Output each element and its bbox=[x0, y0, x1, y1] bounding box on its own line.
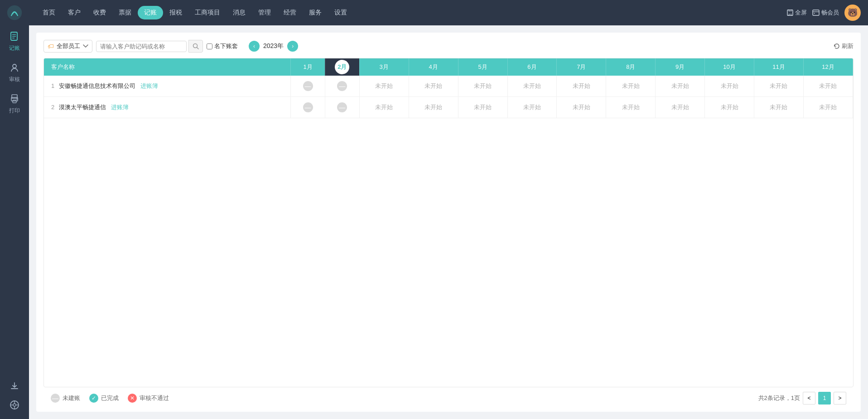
status-not-started: 未开始 bbox=[523, 104, 541, 111]
sidebar-item-audit[interactable]: 审核 bbox=[0, 57, 29, 88]
employee-select[interactable]: 🏷 全部员工 bbox=[43, 40, 92, 53]
month-cell-1: — bbox=[291, 97, 325, 118]
nav-ledger[interactable]: 记账 bbox=[138, 6, 163, 19]
svg-point-9 bbox=[16, 99, 17, 100]
nav-billing[interactable]: 收费 bbox=[87, 6, 112, 19]
legend-not-started: — 未建账 bbox=[51, 394, 80, 403]
nav-manage[interactable]: 管理 bbox=[252, 6, 277, 19]
nav-invoice[interactable]: 票据 bbox=[112, 6, 138, 19]
status-not-started: 未开始 bbox=[573, 104, 590, 111]
pagination: 共2条记录，1页 < 1 > bbox=[758, 392, 846, 405]
user-avatar[interactable]: 🐻 bbox=[844, 5, 861, 21]
fullscreen-button[interactable]: 全屏 bbox=[787, 9, 807, 17]
nav-message[interactable]: 消息 bbox=[227, 6, 252, 19]
col-m9: 9月 bbox=[656, 58, 705, 76]
company-name: 安徽畅捷通信息技术有限公司 bbox=[59, 82, 135, 89]
col-name: 客户名称 bbox=[44, 58, 291, 76]
svg-rect-6 bbox=[12, 95, 17, 98]
prev-year-button[interactable]: ‹ bbox=[249, 41, 260, 52]
prev-page-button[interactable]: < bbox=[803, 392, 815, 405]
status-not-started: 未开始 bbox=[523, 82, 541, 89]
top-nav: 首页 客户 收费 票据 记账 报税 工商项目 消息 管理 经营 服务 设置 全屏 bbox=[29, 0, 868, 25]
nav-settings[interactable]: 设置 bbox=[328, 6, 353, 19]
sidebar-item-label: 记账 bbox=[9, 44, 20, 52]
nav-business[interactable]: 工商项目 bbox=[188, 6, 227, 19]
month-cell-5: 未开始 bbox=[458, 97, 507, 118]
status-not-started: 未开始 bbox=[770, 104, 787, 111]
col-m3: 3月 bbox=[359, 58, 409, 76]
my-accounts-checkbox[interactable] bbox=[207, 43, 212, 49]
month-cell-8: 未开始 bbox=[606, 97, 656, 118]
month-cell-3: 未开始 bbox=[359, 76, 409, 97]
sidebar-download[interactable] bbox=[0, 377, 29, 395]
member-button[interactable]: 畅会员 bbox=[812, 9, 839, 17]
month-cell-2: — bbox=[325, 97, 359, 118]
company-name: 漠澳太平畅捷通信 bbox=[59, 104, 106, 111]
month-cell-6: 未开始 bbox=[507, 76, 557, 97]
chevron-down-icon bbox=[83, 44, 88, 48]
content-card: 🏷 全部员工 名下账套 bbox=[36, 33, 861, 412]
nav-operation[interactable]: 经营 bbox=[277, 6, 303, 19]
year-nav: ‹ 2023年 › bbox=[249, 41, 298, 52]
col-m4: 4月 bbox=[409, 58, 458, 76]
svg-rect-16 bbox=[787, 10, 793, 15]
sidebar-item-print[interactable]: 打印 bbox=[0, 88, 29, 119]
month-cell-10: 未开始 bbox=[705, 76, 754, 97]
fullscreen-label: 全屏 bbox=[795, 9, 807, 17]
legend-grey-circle: — bbox=[51, 394, 60, 403]
content-area: 🏷 全部员工 名下账套 bbox=[29, 25, 868, 419]
footer: — 未建账 ✓ 已完成 ✕ 审核不通过 共2条记录，1页 < 1 > bbox=[43, 387, 854, 405]
checkbox-label[interactable]: 名下账套 bbox=[207, 42, 238, 50]
svg-point-11 bbox=[13, 404, 16, 406]
status-not-started: 未开始 bbox=[671, 104, 689, 111]
nav-right: 全屏 畅会员 🐻 bbox=[787, 5, 861, 21]
month-cell-5: 未开始 bbox=[458, 76, 507, 97]
toolbar: 🏷 全部员工 名下账套 bbox=[43, 40, 854, 53]
status-not-started: 未开始 bbox=[573, 82, 590, 89]
legend-red-circle: ✕ bbox=[128, 394, 137, 403]
nav-tax[interactable]: 报税 bbox=[163, 6, 188, 19]
print-icon bbox=[7, 92, 22, 105]
refresh-button[interactable]: 刷新 bbox=[834, 42, 854, 50]
next-year-button[interactable]: › bbox=[287, 41, 298, 52]
month-cell-6: 未开始 bbox=[507, 97, 557, 118]
month-cell-7: 未开始 bbox=[557, 76, 606, 97]
status-not-started: 未开始 bbox=[721, 82, 738, 89]
main-area: 首页 客户 收费 票据 记账 报税 工商项目 消息 管理 经营 服务 设置 全屏 bbox=[29, 0, 868, 419]
sidebar-support[interactable] bbox=[0, 396, 29, 414]
nav-home[interactable]: 首页 bbox=[36, 6, 62, 19]
audit-icon bbox=[7, 61, 22, 74]
ledger-icon bbox=[7, 30, 22, 43]
legend-rejected-label: 审核不通过 bbox=[140, 394, 169, 402]
month-cell-4: 未开始 bbox=[409, 97, 458, 118]
col-m12: 12月 bbox=[803, 58, 853, 76]
search-button[interactable] bbox=[188, 40, 203, 53]
total-label: 共2条记录，1页 bbox=[758, 394, 800, 402]
nav-client[interactable]: 客户 bbox=[62, 6, 87, 19]
sidebar-item-label: 审核 bbox=[9, 76, 20, 83]
month-cell-11: 未开始 bbox=[754, 97, 804, 118]
month-cell-8: 未开始 bbox=[606, 76, 656, 97]
status-not-started: 未开始 bbox=[474, 82, 492, 89]
col-m5: 5月 bbox=[458, 58, 507, 76]
col-m11: 11月 bbox=[754, 58, 804, 76]
next-page-button[interactable]: > bbox=[834, 392, 846, 405]
legend-teal-circle: ✓ bbox=[89, 394, 98, 403]
col-m2: 2月 bbox=[325, 58, 359, 76]
enter-ledger-link[interactable]: 进账簿 bbox=[140, 82, 158, 89]
search-input[interactable] bbox=[96, 41, 187, 52]
page-1-button[interactable]: 1 bbox=[818, 392, 831, 405]
status-not-started: 未开始 bbox=[375, 82, 393, 89]
month-cell-2: — bbox=[325, 76, 359, 97]
enter-ledger-link[interactable]: 进账簿 bbox=[111, 104, 129, 111]
month-cell-1: — bbox=[291, 76, 325, 97]
row-number: 1 bbox=[51, 82, 54, 89]
nav-service[interactable]: 服务 bbox=[303, 6, 328, 19]
month-cell-3: 未开始 bbox=[359, 97, 409, 118]
status-circle: — bbox=[337, 102, 347, 112]
client-name-cell: 2 漠澳太平畅捷通信 进账簿 bbox=[44, 97, 291, 118]
sidebar-item-ledger[interactable]: 记账 bbox=[0, 25, 29, 57]
svg-point-19 bbox=[814, 13, 815, 14]
year-label: 2023年 bbox=[263, 42, 284, 50]
svg-rect-17 bbox=[813, 10, 819, 15]
